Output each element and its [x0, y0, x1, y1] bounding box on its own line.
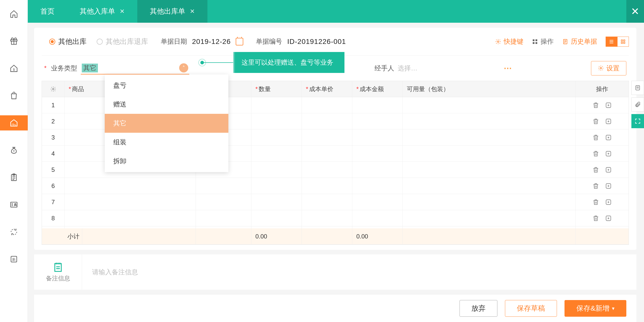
cell-price[interactable]	[302, 97, 352, 113]
add-row-icon[interactable]	[605, 215, 612, 222]
trash-icon[interactable]	[592, 199, 599, 206]
add-row-icon[interactable]	[605, 102, 612, 109]
cell-price[interactable]	[302, 129, 352, 145]
radio-other-out[interactable]: 其他出库	[49, 37, 87, 46]
cell-qty[interactable]	[251, 226, 302, 228]
tab-other-out[interactable]: 其他出库单✕	[137, 0, 207, 23]
cell-price[interactable]	[302, 146, 352, 162]
add-row-icon[interactable]	[605, 134, 612, 141]
table-row[interactable]: 7	[42, 194, 629, 210]
nav-id-card-icon[interactable]	[0, 197, 28, 212]
cell-unit[interactable]	[196, 178, 251, 194]
nav-home-icon[interactable]	[0, 6, 28, 21]
add-row-icon[interactable]	[605, 182, 612, 190]
history-button[interactable]: 历史单据	[562, 37, 597, 46]
save-new-button[interactable]: 保存&新增▾	[565, 300, 626, 317]
trash-icon[interactable]	[592, 102, 599, 109]
trash-icon[interactable]	[592, 182, 599, 190]
save-draft-button[interactable]: 保存草稿	[505, 300, 557, 317]
table-row[interactable]: 6	[42, 178, 629, 194]
cell-qty[interactable]	[251, 129, 302, 145]
cell-amount[interactable]	[352, 162, 403, 178]
cell-qty[interactable]	[251, 97, 302, 113]
add-row-icon[interactable]	[605, 199, 612, 206]
nav-money-bag-icon[interactable]: ¥	[0, 143, 28, 158]
biz-type-option[interactable]: 赠送	[105, 95, 228, 114]
add-row-icon[interactable]	[605, 166, 612, 173]
table-row[interactable]: 9	[42, 226, 629, 228]
trash-icon[interactable]	[592, 150, 599, 157]
cell-amount[interactable]	[352, 146, 403, 162]
nav-bag-icon[interactable]	[0, 88, 28, 103]
cell-amount[interactable]	[352, 97, 403, 113]
cell-amount[interactable]	[352, 129, 403, 145]
cell-price[interactable]	[302, 210, 352, 226]
cell-price[interactable]	[302, 226, 352, 228]
table-row[interactable]: 8	[42, 210, 629, 226]
cell-unit[interactable]	[196, 210, 251, 226]
radio-other-out-return[interactable]: 其他出库退库	[97, 37, 148, 46]
cell-unit[interactable]	[196, 226, 251, 228]
nav-sync-icon[interactable]	[0, 224, 28, 239]
close-icon[interactable]: ✕	[190, 8, 195, 15]
cell-product[interactable]	[65, 194, 196, 210]
nav-clipboard-icon[interactable]	[0, 170, 28, 185]
doc-date-value[interactable]: 2019-12-26	[192, 38, 231, 46]
trash-icon[interactable]	[592, 215, 599, 222]
dock-expand-icon[interactable]	[631, 114, 644, 128]
biz-type-select[interactable]: 其它 ˄	[81, 62, 189, 74]
cell-product[interactable]	[65, 226, 196, 228]
cell-price[interactable]	[302, 162, 352, 178]
cell-qty[interactable]	[251, 178, 302, 194]
dock-notes-icon[interactable]	[631, 81, 644, 95]
cell-price[interactable]	[302, 178, 352, 194]
handler-select[interactable]: 选择…	[398, 64, 494, 73]
topbar-close-button[interactable]: ✕	[626, 0, 644, 23]
cell-amount[interactable]	[352, 210, 403, 226]
settings-button[interactable]: 设置	[591, 61, 626, 75]
nav-gift-icon[interactable]	[0, 34, 28, 49]
biz-type-option[interactable]: 拆卸	[105, 152, 228, 171]
nav-home-money-icon[interactable]: $	[0, 61, 28, 76]
cell-product[interactable]	[65, 178, 196, 194]
more-icon[interactable]: ⋯	[504, 63, 512, 73]
trash-icon[interactable]	[592, 118, 599, 125]
cell-unit[interactable]	[196, 194, 251, 210]
dock-attach-icon[interactable]	[631, 97, 644, 112]
cell-amount[interactable]	[352, 178, 403, 194]
nav-warehouse-icon[interactable]	[0, 115, 28, 130]
close-icon[interactable]: ✕	[120, 8, 125, 15]
discard-button[interactable]: 放弃	[460, 300, 497, 317]
biz-type-option[interactable]: 盘亏	[105, 76, 228, 95]
col-config[interactable]	[42, 81, 65, 97]
add-row-icon[interactable]	[605, 118, 612, 125]
shortcut-button[interactable]: 快捷键	[495, 37, 523, 46]
tab-other-in[interactable]: 其他入库单✕	[67, 0, 137, 23]
add-row-icon[interactable]	[605, 150, 612, 157]
biz-type-option[interactable]: 组装	[105, 133, 228, 152]
cell-qty[interactable]	[251, 113, 302, 129]
cell-amount[interactable]	[352, 194, 403, 210]
cell-qty[interactable]	[251, 146, 302, 162]
biz-type-option[interactable]: 其它	[105, 114, 228, 133]
cell-price[interactable]	[302, 194, 352, 210]
col-amount: *成本金额	[352, 81, 403, 97]
tab-home[interactable]: 首页	[28, 0, 67, 23]
svg-rect-32	[636, 86, 639, 90]
cell-price[interactable]	[302, 113, 352, 129]
calendar-icon[interactable]	[236, 38, 243, 45]
remarks-input[interactable]: 请输入备注信息	[82, 254, 636, 290]
nav-new-icon[interactable]: 新	[0, 252, 28, 267]
ops-button[interactable]: 操作	[532, 37, 554, 46]
cell-amount[interactable]	[352, 226, 403, 228]
view-mode-grid[interactable]	[617, 37, 629, 47]
trash-icon[interactable]	[592, 166, 599, 173]
view-mode-list[interactable]	[606, 37, 617, 47]
cell-qty[interactable]	[251, 210, 302, 226]
cell-product[interactable]	[65, 210, 196, 226]
chevron-up-icon[interactable]: ˄	[179, 63, 188, 72]
cell-qty[interactable]	[251, 194, 302, 210]
cell-amount[interactable]	[352, 113, 403, 129]
cell-qty[interactable]	[251, 162, 302, 178]
trash-icon[interactable]	[592, 134, 599, 141]
